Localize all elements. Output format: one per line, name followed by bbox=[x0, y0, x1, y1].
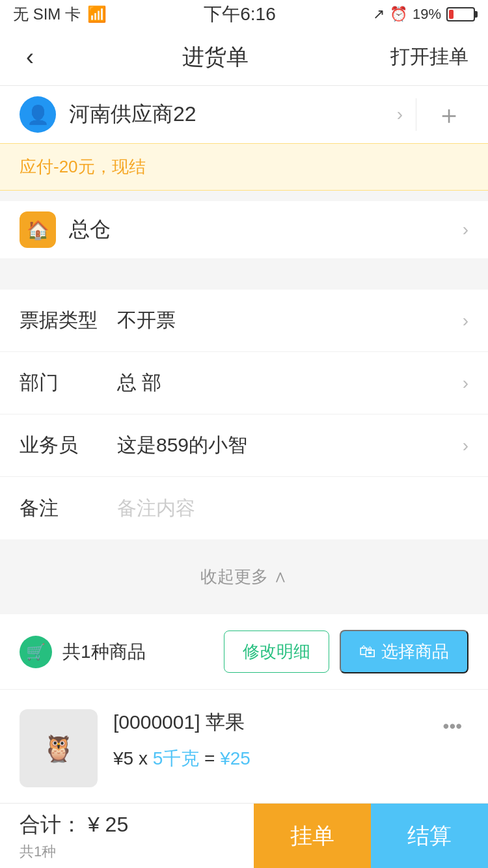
notice-bar: 应付-20元，现结 bbox=[0, 143, 488, 191]
invoice-value: 不开票 bbox=[117, 307, 463, 334]
products-count: 共1种商品 bbox=[62, 640, 224, 664]
warehouse-name: 总仓 bbox=[69, 215, 463, 244]
supplier-row[interactable]: 👤 河南供应商22 › ＋ bbox=[0, 86, 488, 143]
equals-sign: = bbox=[204, 748, 220, 768]
carrier-text: 无 SIM 卡 bbox=[13, 4, 81, 25]
product-price: ¥5 x 5千克 = ¥25 bbox=[113, 746, 437, 771]
person-icon: 👤 bbox=[27, 104, 49, 126]
product-item: 🦉 [0000001] 苹果 ¥5 x 5千克 = ¥25 ••• bbox=[0, 690, 488, 807]
wifi-icon: 📶 bbox=[87, 5, 107, 23]
supplier-section: 👤 河南供应商22 › ＋ 应付-20元，现结 bbox=[0, 86, 488, 191]
invoice-label: 票据类型 bbox=[20, 307, 111, 334]
form-section: 票据类型 不开票 › 部门 总 部 › 业务员 这是859的小智 › 备注 备注… bbox=[0, 290, 488, 539]
invoice-row[interactable]: 票据类型 不开票 › bbox=[0, 290, 488, 352]
product-name: [0000001] 苹果 bbox=[113, 709, 437, 736]
remark-input[interactable]: 备注内容 bbox=[117, 495, 468, 522]
product-info: [0000001] 苹果 ¥5 x 5千克 = ¥25 bbox=[113, 709, 437, 771]
status-left: 无 SIM 卡 📶 bbox=[13, 4, 107, 25]
status-right: ↗ ⏰ 19% bbox=[373, 6, 475, 23]
hang-button[interactable]: 挂单 bbox=[254, 804, 371, 868]
select-icon: 🛍 bbox=[359, 642, 376, 662]
supplier-name: 河南供应商22 bbox=[69, 100, 397, 129]
dept-row[interactable]: 部门 总 部 › bbox=[0, 352, 488, 414]
chevron-right-icon: › bbox=[397, 104, 403, 125]
sales-label: 业务员 bbox=[20, 432, 111, 459]
dept-label: 部门 bbox=[20, 370, 111, 396]
total-section: 合计： ¥ 25 共1种 bbox=[0, 804, 254, 868]
multiply-sign: x bbox=[139, 748, 153, 768]
add-button[interactable]: ＋ bbox=[429, 90, 468, 139]
supplier-avatar: 👤 bbox=[20, 96, 56, 133]
quantity: 5千克 bbox=[153, 748, 200, 768]
remark-row[interactable]: 备注 备注内容 bbox=[0, 477, 488, 539]
total-count: 共1种 bbox=[20, 842, 234, 861]
product-thumbnail: 🦉 bbox=[20, 709, 98, 787]
battery-fill bbox=[449, 10, 454, 19]
unit-price: ¥5 bbox=[113, 748, 133, 768]
sales-value: 这是859的小智 bbox=[117, 432, 463, 459]
bottom-bar: 合计： ¥ 25 共1种 挂单 结算 bbox=[0, 803, 488, 868]
chevron-right-icon: › bbox=[463, 435, 468, 456]
select-label: 选择商品 bbox=[381, 640, 449, 663]
sales-row[interactable]: 业务员 这是859的小智 › bbox=[0, 414, 488, 477]
products-icon: 🛒 bbox=[20, 636, 52, 668]
edit-detail-button[interactable]: 修改明细 bbox=[224, 631, 329, 673]
warehouse-icon: 🏠 bbox=[20, 211, 56, 248]
remark-label: 备注 bbox=[20, 495, 111, 522]
time-display: 下午6:16 bbox=[204, 2, 276, 27]
nav-bar: ‹ 进货单 打开挂单 bbox=[0, 29, 488, 86]
status-bar: 无 SIM 卡 📶 下午6:16 ↗ ⏰ 19% bbox=[0, 0, 488, 29]
warehouse-section[interactable]: 🏠 总仓 › bbox=[0, 201, 488, 258]
product-title: 苹果 bbox=[206, 711, 245, 733]
open-hang-button[interactable]: 打开挂单 bbox=[390, 44, 468, 70]
chevron-right-icon: › bbox=[463, 219, 468, 240]
home-icon: 🏠 bbox=[27, 219, 49, 241]
supplier-divider bbox=[416, 98, 416, 131]
product-thumb-icon: 🦉 bbox=[42, 733, 75, 764]
select-product-button[interactable]: 🛍 选择商品 bbox=[340, 630, 468, 673]
products-header: 🛒 共1种商品 修改明细 🛍 选择商品 bbox=[0, 614, 488, 690]
location-icon: ↗ bbox=[373, 6, 385, 23]
total-label: 合计： bbox=[20, 813, 82, 836]
cart-icon: 🛒 bbox=[26, 643, 46, 661]
back-button[interactable]: ‹ bbox=[20, 37, 40, 77]
battery-indicator bbox=[446, 7, 475, 21]
chevron-right-icon: › bbox=[463, 310, 468, 331]
total-value: ¥ 25 bbox=[88, 813, 128, 836]
collapse-button[interactable]: 收起更多 ∧ bbox=[0, 550, 488, 604]
checkout-button[interactable]: 结算 bbox=[371, 804, 488, 868]
battery-percentage: 19% bbox=[413, 6, 441, 23]
products-section: 🛒 共1种商品 修改明细 🛍 选择商品 🦉 [0000001] 苹果 ¥5 x … bbox=[0, 614, 488, 807]
item-total: ¥25 bbox=[220, 748, 251, 768]
alarm-icon: ⏰ bbox=[390, 6, 407, 23]
total-amount: 合计： ¥ 25 bbox=[20, 811, 234, 839]
more-options-button[interactable]: ••• bbox=[437, 709, 468, 743]
product-code: [0000001] bbox=[113, 711, 200, 733]
chevron-right-icon: › bbox=[463, 373, 468, 394]
dept-value: 总 部 bbox=[117, 370, 463, 396]
page-title: 进货单 bbox=[182, 42, 249, 72]
